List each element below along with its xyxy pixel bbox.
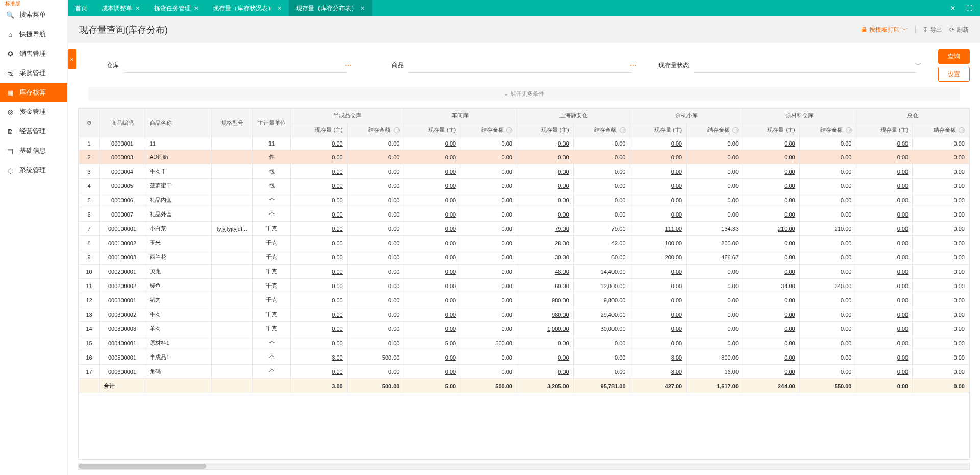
settings-button[interactable]: 设置 xyxy=(938,67,970,82)
table-row[interactable]: 14 000300003 羊肉 千克0.000.000.000.001,000.… xyxy=(79,322,969,336)
table-row[interactable]: 3 0000004 牛肉干 包0.000.000.000.000.000.000… xyxy=(79,164,969,179)
warehouse-group: 上海静安仓 xyxy=(517,109,630,123)
coin-icon: ◎ xyxy=(6,108,14,116)
refresh-icon: ⟳ xyxy=(949,26,954,33)
bag-icon: 🛍 xyxy=(6,69,14,77)
refresh-button[interactable]: ⟳ 刷新 xyxy=(949,26,969,34)
warehouse-group: 半成品仓库 xyxy=(291,109,404,123)
table-row[interactable]: 9 000100003 西兰花 千克0.000.000.000.0030.006… xyxy=(79,250,969,265)
col-qty: 现存量 (主) xyxy=(856,123,913,137)
sidebar-item-home[interactable]: ⌂ 快捷导航 xyxy=(0,25,67,44)
sidebar-item-search[interactable]: 🔍 搜索菜单 xyxy=(0,5,67,25)
table-row[interactable]: 12 000300001 猪肉 千克0.000.000.000.00980.00… xyxy=(79,293,969,307)
gear-icon[interactable]: ⚙ xyxy=(79,109,100,137)
tab-成本调整单[interactable]: 成本调整单 ✕ xyxy=(94,0,147,16)
col-qty: 现存量 (主) xyxy=(291,123,348,137)
product-label: 商品 xyxy=(368,61,404,70)
col-amt: 结存金额 ? xyxy=(799,123,856,137)
status-input[interactable] xyxy=(694,59,917,73)
table-row[interactable]: 1 0000001 11 110.000.000.000.000.000.000… xyxy=(79,137,969,150)
col-amt: 结存金额 ? xyxy=(687,123,743,137)
query-button[interactable]: 查询 xyxy=(938,49,970,64)
warehouse-label: 仓库 xyxy=(83,61,119,70)
close-icon[interactable]: ✕ xyxy=(194,5,199,12)
sidebar-item-gear[interactable]: ◌ 系统管理 xyxy=(0,160,67,180)
sidebar-item-grid[interactable]: ▤ 基础信息 xyxy=(0,141,67,160)
search-icon: 🔍 xyxy=(6,11,14,19)
close-icon[interactable]: ✕ xyxy=(135,5,140,12)
table-row[interactable]: 11 000200002 鳗鱼 千克0.000.000.000.0060.001… xyxy=(79,279,969,293)
sidebar-item-box[interactable]: ▦ 库存核算 xyxy=(0,83,67,102)
warehouse-group: 余杭小库 xyxy=(630,109,743,123)
sidebar-item-label: 采购管理 xyxy=(19,68,46,78)
chevron-down-icon: ﹀ xyxy=(902,26,908,34)
collapse-filter-button[interactable]: » xyxy=(68,49,76,69)
expand-filters-button[interactable]: ⌄ 展开更多条件 xyxy=(88,87,960,101)
product-input[interactable] xyxy=(409,59,631,73)
warehouse-input[interactable] xyxy=(124,59,347,73)
box-icon: ▦ xyxy=(6,88,14,97)
table-row[interactable]: 17 000600001 角码 个0.000.000.000.000.000.0… xyxy=(79,365,969,379)
warehouse-picker-icon[interactable]: ⋯ xyxy=(345,61,352,69)
table-row[interactable]: 13 000300002 牛肉 千克0.000.000.000.00980.00… xyxy=(79,307,969,322)
print-button[interactable]: 🖶 按模板打印 ﹀ xyxy=(861,26,908,34)
data-table: ⚙ 商品编码 商品名称 规格型号 主计量单位半成品仓库车间库上海静安仓余杭小库原… xyxy=(78,108,970,460)
sidebar-item-label: 销售管理 xyxy=(19,49,46,58)
chevron-down-icon[interactable]: ﹀ xyxy=(915,61,922,70)
tab-bar: 首页 成本调整单 ✕ 拣货任务管理 ✕ 现存量（库存状况表） ✕ 现存量（库存分… xyxy=(68,0,980,16)
warehouse-group: 总仓 xyxy=(856,109,969,123)
table-row[interactable]: 5 0000006 礼品内盒 个0.000.000.000.000.000.00… xyxy=(79,193,969,207)
sidebar-item-label: 搜索菜单 xyxy=(19,10,46,19)
col-code: 商品编码 xyxy=(100,109,145,137)
col-spec: 规格型号 xyxy=(212,109,253,137)
table-row[interactable]: 2 0000003 AD钙奶 件0.000.000.000.000.000.00… xyxy=(79,150,969,164)
tab-现存量（库存分布表）[interactable]: 现存量（库存分布表） ✕ xyxy=(289,0,372,16)
table-row[interactable]: 16 000500001 半成品1 个3.00500.000.000.000.0… xyxy=(79,350,969,365)
product-picker-icon[interactable]: ⋯ xyxy=(630,61,637,69)
gear-icon: ◌ xyxy=(6,166,14,174)
sidebar-item-badge[interactable]: ✪ 销售管理 xyxy=(0,44,67,63)
tab-拣货任务管理[interactable]: 拣货任务管理 ✕ xyxy=(147,0,206,16)
logo-text: 标准版 xyxy=(0,0,26,4)
sidebar-item-doc[interactable]: 🗎 经营管理 xyxy=(0,122,67,141)
col-qty: 现存量 (主) xyxy=(404,123,460,137)
warehouse-group: 车间库 xyxy=(404,109,517,123)
table-row[interactable]: 15 000400001 原材料1 个0.000.005.00500.000.0… xyxy=(79,336,969,350)
col-amt: 结存金额 ? xyxy=(347,123,404,137)
col-qty: 现存量 (主) xyxy=(630,123,687,137)
sidebar-item-label: 资金管理 xyxy=(19,107,46,116)
printer-icon: 🖶 xyxy=(861,26,867,33)
tab-首页[interactable]: 首页 xyxy=(68,0,94,16)
warehouse-group: 原材料仓库 xyxy=(743,109,856,123)
doc-icon: 🗎 xyxy=(6,127,14,135)
export-button[interactable]: ↧ 导出 xyxy=(923,26,942,34)
badge-icon: ✪ xyxy=(6,50,14,58)
horizontal-scrollbar[interactable] xyxy=(78,463,970,470)
table-row[interactable]: 10 000200001 贝龙 千克0.000.000.000.0048.001… xyxy=(79,265,969,279)
table-row[interactable]: 6 0000007 礼品外盒 个0.000.000.000.000.000.00… xyxy=(79,207,969,222)
sidebar-item-label: 库存核算 xyxy=(19,88,46,97)
close-icon[interactable]: ✕ xyxy=(947,3,959,14)
sidebar-item-bag[interactable]: 🛍 采购管理 xyxy=(0,63,67,83)
table-row[interactable]: 4 0000005 菠萝蜜干 包0.000.000.000.000.000.00… xyxy=(79,179,969,193)
sidebar-item-label: 快捷导航 xyxy=(19,30,46,39)
table-row[interactable]: 8 000100002 玉米 千克0.000.000.000.0028.0042… xyxy=(79,236,969,250)
col-amt: 结存金额 ? xyxy=(460,123,517,137)
col-amt: 结存金额 ? xyxy=(573,123,630,137)
col-qty: 现存量 (主) xyxy=(743,123,800,137)
home-icon: ⌂ xyxy=(6,30,14,38)
table-row[interactable]: 7 000100001 小白菜 tyjyjtyjtyjdf... 千克0.000… xyxy=(79,222,969,236)
col-unit: 主计量单位 xyxy=(253,109,291,137)
total-row: 合计 3.00500.005.00500.003,205.0095,781.00… xyxy=(79,379,969,393)
close-icon[interactable]: ✕ xyxy=(360,5,365,12)
sidebar: 标准版 🔍 搜索菜单 ⌂ 快捷导航 ✪ 销售管理 🛍 采购管理 ▦ 库存核算 ◎… xyxy=(0,0,68,475)
fullscreen-icon[interactable]: ⛶ xyxy=(964,3,975,14)
sidebar-item-coin[interactable]: ◎ 资金管理 xyxy=(0,102,67,122)
chevron-down-icon: ⌄ xyxy=(504,90,510,97)
sidebar-item-label: 基础信息 xyxy=(19,146,46,155)
tab-现存量（库存状况表）[interactable]: 现存量（库存状况表） ✕ xyxy=(206,0,289,16)
sidebar-item-label: 系统管理 xyxy=(19,165,46,175)
sidebar-item-label: 经营管理 xyxy=(19,127,46,136)
close-icon[interactable]: ✕ xyxy=(277,5,282,12)
grid-icon: ▤ xyxy=(6,147,14,155)
